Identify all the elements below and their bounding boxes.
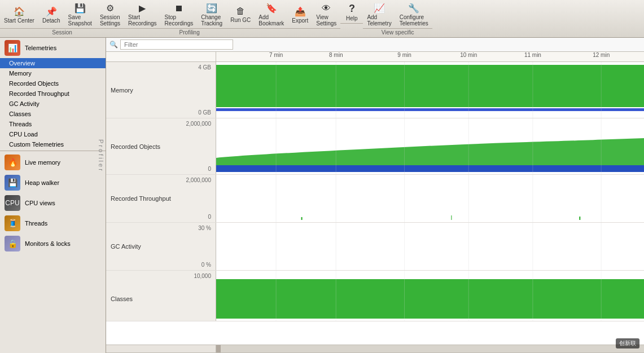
svg-rect-1 bbox=[216, 108, 644, 111]
sidebar-item-threads[interactable]: 🧵 Threads bbox=[0, 213, 106, 233]
chart-row-recorded-throughput: 2,000,000 Recorded Throughput 0 bbox=[106, 175, 644, 223]
heap-walker-icon: 💾 bbox=[5, 175, 20, 191]
run-gc-button[interactable]: 🗑 Run GC bbox=[226, 1, 255, 28]
cpu-views-icon: CPU bbox=[5, 195, 20, 211]
chart-label-area-recorded-objects: 2,000,000 Recorded Objects 0 bbox=[106, 118, 216, 174]
export-button[interactable]: 📤 Export bbox=[288, 1, 312, 28]
sidebar-item-heap-walker[interactable]: 💾 Heap walker bbox=[0, 173, 106, 193]
session-settings-label: SessionSettings bbox=[100, 14, 120, 27]
gc-activity-scale-top: 30 % bbox=[111, 225, 211, 231]
overview-label: Overview bbox=[9, 60, 35, 67]
chart-row-recorded-objects: 2,000,000 Recorded Objects 0 bbox=[106, 118, 644, 175]
sidebar-item-threads-sub[interactable]: Threads bbox=[0, 119, 106, 129]
sidebar-item-classes[interactable]: Classes bbox=[0, 109, 106, 119]
help-group: ? Help bbox=[340, 1, 363, 36]
export-icon: 📤 bbox=[295, 6, 306, 17]
add-telemetry-button[interactable]: 📈 AddTelemetry bbox=[363, 1, 395, 28]
middle-group-label bbox=[255, 28, 340, 36]
configure-telemetries-icon: 🔧 bbox=[408, 3, 419, 14]
start-recordings-label: StartRecordings bbox=[128, 14, 157, 27]
sidebar-item-gc-activity[interactable]: GC Activity bbox=[0, 99, 106, 109]
toolbar: 🏠 Start Center 📌 Detach 💾 SaveSnapshot ⚙… bbox=[0, 0, 644, 38]
detach-button[interactable]: 📌 Detach bbox=[38, 1, 64, 28]
change-tracking-button[interactable]: 🔄 ChangeTracking bbox=[197, 1, 226, 28]
memory-chart-canvas[interactable] bbox=[216, 62, 644, 118]
sidebar-item-overview[interactable]: Overview bbox=[0, 58, 106, 68]
classes-label: Classes bbox=[9, 111, 31, 117]
chart-label-area-classes: 10,000 Classes bbox=[106, 271, 216, 321]
recorded-objects-scale-bottom: 0 bbox=[111, 166, 211, 172]
stop-recordings-label: StopRecordings bbox=[165, 14, 194, 27]
monitors-locks-label: Monitors & locks bbox=[25, 240, 71, 247]
sidebar-item-memory[interactable]: Memory bbox=[0, 68, 106, 78]
watermark-text: 创新联 bbox=[619, 340, 636, 346]
change-tracking-icon: 🔄 bbox=[206, 3, 217, 14]
sidebar-item-live-memory[interactable]: 🔥 Live memory bbox=[0, 152, 106, 173]
sidebar: 📊 Telemetries Overview Memory Recorded O… bbox=[0, 38, 106, 353]
gc-activity-chart-canvas[interactable] bbox=[216, 223, 644, 270]
gc-activity-chart-label: GC Activity bbox=[111, 243, 211, 250]
save-snapshot-label: SaveSnapshot bbox=[68, 14, 92, 27]
save-snapshot-button[interactable]: 💾 SaveSnapshot bbox=[64, 1, 96, 28]
svg-rect-30 bbox=[216, 279, 644, 319]
telemetries-label: Telemetries bbox=[25, 45, 56, 51]
time-label-10: 10 min bbox=[460, 52, 477, 58]
classes-scale-top: 10,000 bbox=[111, 273, 211, 279]
add-bookmark-button[interactable]: 🔖 AddBookmark bbox=[255, 1, 288, 28]
memory-chart-label: Memory bbox=[111, 87, 211, 94]
gc-activity-label: GC Activity bbox=[9, 100, 40, 107]
sidebar-item-monitors-locks[interactable]: 🔒 Monitors & locks bbox=[0, 233, 106, 254]
stop-recordings-button[interactable]: ⏹ StopRecordings bbox=[161, 1, 198, 28]
view-settings-button[interactable]: 👁 ViewSettings bbox=[312, 1, 340, 28]
help-icon: ? bbox=[349, 3, 355, 15]
scrollbar-track[interactable] bbox=[216, 345, 644, 352]
main-container: 📊 Telemetries Overview Memory Recorded O… bbox=[0, 38, 644, 353]
session-settings-button[interactable]: ⚙ SessionSettings bbox=[96, 1, 124, 28]
sidebar-item-custom-telemetries[interactable]: Custom Telemetries bbox=[0, 139, 106, 149]
detach-icon: 📌 bbox=[46, 6, 57, 17]
sidebar-item-cpu-load[interactable]: CPU Load bbox=[0, 129, 106, 139]
sidebar-item-telemetries[interactable]: 📊 Telemetries bbox=[0, 38, 106, 58]
recorded-throughput-label: Recorded Throughput bbox=[9, 90, 69, 97]
chart-row-classes: 10,000 Classes bbox=[106, 271, 644, 321]
gc-activity-scale-bottom: 0 % bbox=[111, 262, 211, 268]
help-label: Help bbox=[346, 15, 358, 21]
start-center-button[interactable]: 🏠 Start Center bbox=[0, 1, 38, 28]
start-recordings-button[interactable]: ▶ StartRecordings bbox=[124, 1, 161, 28]
configure-telemetries-button[interactable]: 🔧 ConfigureTelemetries bbox=[396, 1, 432, 28]
configure-telemetries-label: ConfigureTelemetries bbox=[400, 14, 428, 27]
chart-label-area-recorded-throughput: 2,000,000 Recorded Throughput 0 bbox=[106, 175, 216, 222]
filter-input[interactable] bbox=[120, 39, 233, 50]
live-memory-label: Live memory bbox=[25, 159, 60, 166]
charts-container[interactable]: 4 GB Memory 0 GB bbox=[106, 62, 644, 345]
svg-rect-8 bbox=[216, 165, 644, 172]
export-label: Export bbox=[292, 17, 308, 24]
scrollbar-spacer bbox=[106, 345, 216, 352]
sidebar-item-recorded-throughput[interactable]: Recorded Throughput bbox=[0, 89, 106, 99]
help-button[interactable]: ? Help bbox=[340, 1, 363, 23]
scrollbar-area bbox=[106, 345, 644, 352]
filter-bar: 🔍 bbox=[106, 38, 644, 52]
memory-scale-bottom: 0 GB bbox=[111, 109, 211, 116]
watermark: 创新联 bbox=[616, 338, 639, 348]
add-telemetry-icon: 📈 bbox=[374, 3, 385, 14]
stop-recordings-icon: ⏹ bbox=[174, 3, 183, 14]
chart-label-area-memory: 4 GB Memory 0 GB bbox=[106, 62, 216, 118]
sidebar-divider-1 bbox=[0, 151, 106, 151]
heap-walker-label: Heap walker bbox=[25, 179, 59, 186]
content-area: 🔍 7 min 8 min 9 min 10 min 11 min 12 min… bbox=[106, 38, 644, 353]
add-bookmark-label: AddBookmark bbox=[259, 14, 284, 27]
recorded-throughput-scale-bottom: 0 bbox=[111, 214, 211, 220]
recorded-objects-scale-top: 2,000,000 bbox=[111, 121, 211, 127]
recorded-throughput-scale-top: 2,000,000 bbox=[111, 177, 211, 183]
recorded-throughput-chart-canvas[interactable] bbox=[216, 175, 644, 222]
time-label-9: 9 min bbox=[397, 52, 411, 58]
recorded-objects-chart-canvas[interactable] bbox=[216, 118, 644, 174]
classes-chart-canvas[interactable] bbox=[216, 271, 644, 321]
sidebar-item-cpu-views[interactable]: CPU CPU views bbox=[0, 193, 106, 213]
recorded-throughput-chart-label: Recorded Throughput bbox=[111, 195, 211, 202]
sidebar-item-recorded-objects[interactable]: Recorded Objects bbox=[0, 78, 106, 89]
add-bookmark-icon: 🔖 bbox=[266, 3, 277, 14]
scrollbar-thumb[interactable] bbox=[216, 345, 221, 352]
save-snapshot-icon: 💾 bbox=[75, 3, 86, 14]
